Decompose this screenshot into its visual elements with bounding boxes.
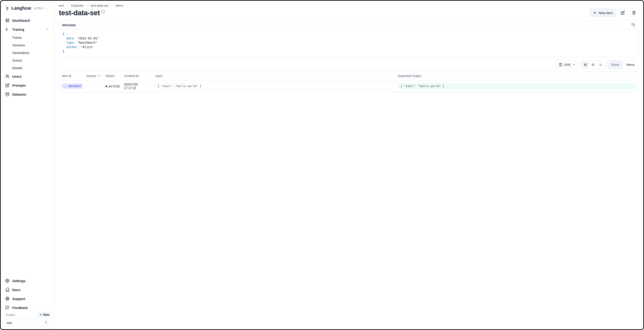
page-title: test-data-set	[59, 9, 100, 17]
tracing-icon	[5, 27, 10, 32]
breadcrumb-item[interactable]: test-data-set	[91, 4, 108, 8]
title-wrap: test-data-set	[59, 9, 105, 17]
breadcrumb-item[interactable]: test	[59, 4, 64, 8]
list-medium-icon	[591, 63, 595, 67]
plus-icon	[39, 313, 42, 316]
metadata-json: { ▾ date: "2022-01-01" type: "benchmark"…	[59, 30, 638, 57]
chevron-right-icon: ›	[67, 4, 68, 8]
metadata-card: Metadata { ▾ date: "2022-01-01" type: "b…	[59, 20, 638, 57]
density-large-button[interactable]	[597, 61, 604, 68]
svg-rect-22	[633, 24, 635, 26]
svg-line-12	[6, 299, 7, 300]
density-medium-button[interactable]	[590, 61, 596, 68]
status-text: ACTIVE	[108, 85, 120, 88]
brand-name: Langfuse	[12, 6, 31, 11]
sidebar-item-prompts[interactable]: Prompts	[3, 81, 52, 90]
update-available-icon[interactable]: ↑	[46, 7, 48, 10]
sidebar-item-docs[interactable]: Docs	[3, 285, 52, 294]
project-select[interactable]: test	[4, 319, 50, 327]
list-dense-icon	[584, 63, 587, 67]
sidebar-item-generations[interactable]: Generations	[10, 49, 52, 57]
list-large-icon	[599, 63, 602, 67]
sidebar-item-label: Tracing	[12, 28, 24, 31]
svg-point-4	[6, 75, 8, 76]
info-icon[interactable]	[101, 10, 105, 14]
sidebar-item-models[interactable]: Models	[10, 65, 52, 72]
columns-icon	[559, 63, 562, 67]
table: Item id Source Status Created At Input	[59, 71, 638, 93]
svg-line-11	[8, 297, 8, 298]
table-tools: (4/4) Runs Items	[54, 60, 643, 71]
prompts-icon	[5, 83, 10, 88]
sidebar-item-datasets[interactable]: Datasets	[3, 90, 52, 99]
sidebar-item-label: Settings	[12, 279, 26, 283]
sidebar-item-label: Prompts	[12, 84, 26, 87]
chevron-right-icon: ›	[87, 4, 88, 8]
svg-rect-2	[6, 21, 7, 22]
sidebar-item-scores[interactable]: Scores	[10, 57, 52, 64]
sidebar-item-label: Users	[12, 75, 22, 78]
th-item-id[interactable]: Item id	[59, 72, 84, 80]
users-icon	[5, 74, 10, 79]
sidebar-item-sessions[interactable]: Sessions	[10, 42, 52, 49]
cell-source	[84, 80, 103, 92]
svg-rect-0	[6, 19, 7, 20]
new-project-label: New	[43, 313, 49, 316]
chevron-down-icon	[46, 27, 49, 32]
info-icon	[98, 74, 100, 78]
sidebar-item-label: Dashboard	[12, 19, 30, 22]
table-row[interactable]: ...8b50467 ACTIVE 2024/7/30 17:17:22 { "…	[59, 80, 638, 92]
cell-expected: { "text": "hello world" }	[398, 83, 636, 89]
item-id-chip[interactable]: ...8b50467	[62, 84, 83, 89]
breadcrumb-item[interactable]: Items	[116, 4, 123, 8]
sidebar-item-label: Docs	[12, 288, 20, 292]
sidebar-item-users[interactable]: Users	[3, 72, 52, 81]
svg-line-10	[8, 299, 8, 300]
dashboard-icon	[5, 18, 10, 23]
sidebar-item-tracing[interactable]: Tracing	[3, 25, 52, 34]
breadcrumb: test › Datasets › test-data-set › Items	[54, 1, 643, 8]
th-input[interactable]: Input	[152, 72, 396, 80]
project-header-row: Project New	[3, 312, 52, 319]
edit-button[interactable]	[618, 8, 627, 17]
new-project-button[interactable]: New	[37, 312, 51, 317]
nav-footer: Settings Docs Support Feedback	[3, 276, 52, 312]
sidebar-item-settings[interactable]: Settings	[3, 276, 52, 285]
sidebar-item-feedback[interactable]: Feedback	[3, 303, 52, 312]
chevron-right-icon: ›	[112, 4, 112, 8]
sidebar-item-dashboard[interactable]: Dashboard	[3, 16, 52, 25]
cell-created-at: 2024/7/30 17:17:22	[121, 80, 152, 92]
density-compact-button[interactable]	[582, 61, 589, 68]
delete-button[interactable]	[630, 8, 638, 17]
new-item-label: New item	[598, 11, 613, 15]
column-visibility-button[interactable]: (4/4)	[556, 60, 578, 69]
svg-point-6	[7, 280, 8, 281]
docs-icon	[5, 287, 10, 292]
sidebar-item-label: Datasets	[12, 93, 26, 96]
trash-icon	[632, 11, 636, 15]
tab-items[interactable]: Items	[623, 61, 638, 69]
new-item-button[interactable]: New item	[590, 8, 616, 17]
header-actions: New item	[590, 8, 638, 17]
sidebar-item-traces[interactable]: Traces	[10, 34, 52, 41]
sidebar-item-support[interactable]: Support	[3, 294, 52, 303]
svg-point-5	[6, 93, 9, 94]
th-status[interactable]: Status	[103, 72, 121, 80]
th-source[interactable]: Source	[84, 72, 103, 80]
th-expected[interactable]: Expected Output	[396, 72, 638, 80]
chevrons-up-down-icon	[44, 321, 48, 325]
project-label: Project	[4, 312, 17, 317]
datasets-icon	[5, 92, 10, 97]
sidebar-item-label: Support	[12, 297, 25, 301]
main: test › Datasets › test-data-set › Items …	[54, 1, 643, 329]
copy-button[interactable]	[632, 23, 635, 27]
tab-runs[interactable]: Runs	[608, 61, 623, 69]
svg-line-9	[6, 297, 7, 298]
brand: 🪢 Langfuse v2.65.1 ↑	[3, 4, 52, 15]
cell-input: { "text": "hello world" }	[155, 83, 393, 89]
svg-rect-1	[8, 19, 9, 20]
th-created-at[interactable]: Created At	[121, 72, 152, 80]
support-icon	[5, 296, 10, 301]
breadcrumb-item[interactable]: Datasets	[71, 4, 84, 8]
gear-icon	[5, 278, 10, 283]
